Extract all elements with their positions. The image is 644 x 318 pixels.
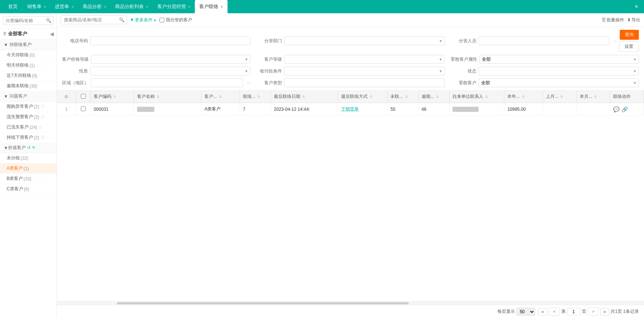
edit-value-icon[interactable]: ✎ [32, 145, 35, 150]
th-this-year: 本年... ⇅ [504, 91, 543, 103]
sidebar-item-abnormal[interactable]: 囤购异常客户 (2) ⓘ [0, 102, 57, 112]
close-purchase-tab[interactable]: × [71, 4, 74, 9]
nav-tab-customer-segment[interactable]: 客户分层经营 × [153, 0, 195, 13]
window-close-button[interactable]: × [632, 3, 641, 10]
sidebar-group-problem[interactable]: ▼ 问题客户 [0, 91, 57, 102]
sort-contact-icon[interactable]: ⇅ [257, 95, 260, 99]
sort-overdue-icon[interactable]: ⇅ [436, 95, 439, 99]
nav-tab-sales[interactable]: 销售单 × [23, 0, 50, 13]
sidebar-item-declining[interactable]: 持续下滑客户 (2) ⓘ [0, 132, 57, 143]
pager-last-button[interactable]: » [600, 308, 609, 315]
sort-year-icon[interactable]: ⇅ [522, 95, 525, 99]
th-settings[interactable]: ⚙ [57, 91, 76, 103]
close-sales-tab[interactable]: × [44, 4, 46, 9]
query-button[interactable]: 查询 [620, 30, 639, 40]
sidebar-group-value[interactable]: ▼ 价值客户 ↺ ✎ [0, 143, 57, 153]
sort-method-icon[interactable]: ⇅ [370, 95, 373, 99]
close-contact-tab[interactable]: × [221, 4, 223, 9]
search-wrap: 🔍 [61, 15, 127, 24]
close-segment-tab[interactable]: × [188, 4, 190, 9]
sidebar-item-c-class[interactable]: C类客户 (6) [0, 184, 57, 194]
filter-input-cust-type[interactable] [284, 78, 444, 87]
sort-lmonth-icon[interactable]: ⇅ [560, 95, 563, 99]
sidebar-all-customers-header[interactable]: ⠿ 全部客户 ◀ [0, 28, 57, 40]
filter-row-nature: 性质 ▼ [62, 67, 250, 75]
sidebar-item-a-class[interactable]: A类客户 (1) [0, 163, 57, 174]
row-action-comment-icon[interactable]: 💬 [613, 106, 619, 112]
refresh-value-icon[interactable]: ↺ [27, 145, 31, 150]
data-table-wrap: ⚙ 客户编码 ⇅ 客户名称 ⇅ [57, 91, 644, 301]
export-button[interactable]: ⬇ 导出 [627, 17, 640, 23]
row-type: A类客户 [201, 103, 240, 116]
scrollbar-thumb[interactable] [117, 302, 409, 304]
filter-select-cust-level[interactable] [284, 55, 444, 64]
set-button[interactable]: 设置 [619, 41, 639, 52]
sidebar-search-icon[interactable]: 🔍 [46, 18, 51, 23]
sidebar-item-churn-warning[interactable]: 流失预警客户 (3) ⓘ [0, 112, 57, 122]
sort-tmonth-icon[interactable]: ⇅ [594, 95, 597, 99]
th-type: 客户... ⇅ [201, 91, 240, 103]
row-last-method[interactable]: 下销货单 [338, 103, 387, 116]
search-input[interactable] [61, 15, 127, 24]
filter-select-dept[interactable] [284, 36, 444, 45]
sidebar-item-tomorrow[interactable]: 明天待联络 (1) [0, 60, 57, 71]
filter-select-retail-attr[interactable]: 全部 [479, 55, 639, 64]
batch-op-button[interactable]: ☰ 批量操作 [602, 17, 624, 23]
page-size-select[interactable]: 50 10 20 100 [516, 308, 535, 316]
sidebar-item-overdue[interactable]: 逾期未联络 (30) [0, 81, 57, 91]
th-last-date: 最后联络日期 ⇅ [271, 91, 338, 103]
sidebar-item-ungrouped[interactable]: 未分组 (32) [0, 153, 57, 163]
filter-input-region[interactable] [91, 78, 243, 87]
nav-tab-analysis-list[interactable]: 商品分析列表 × [111, 0, 153, 13]
dots-icon: ⠿ [3, 31, 7, 37]
row-action-link-icon[interactable]: 🔗 [622, 106, 628, 112]
pager-first-button[interactable]: « [538, 308, 547, 315]
sort-code-icon[interactable]: ⇅ [113, 95, 116, 99]
filter-input-phone[interactable] [90, 36, 250, 45]
th-check[interactable] [76, 91, 90, 103]
sidebar-item-b-class[interactable]: B类客户 (33) [0, 174, 57, 184]
sidebar-item-today[interactable]: 今天待联络 (0) [0, 50, 57, 60]
filter-select-nature[interactable] [90, 67, 250, 75]
close-analysis-list-tab[interactable]: × [146, 4, 148, 9]
select-all-checkbox[interactable] [81, 94, 86, 99]
sidebar: 🔍 ⠿ 全部客户 ◀ ▼ 待联络客户 今天待联络 (0) 明天待联络 (1) 近… [0, 13, 57, 318]
sort-name-icon[interactable]: ⇅ [157, 95, 160, 99]
pager-next-button[interactable]: ＞ [588, 307, 599, 316]
more-filter-button[interactable]: ▼ 更多条件 ▲ [130, 17, 157, 23]
last-method-link[interactable]: 下销货单 [341, 106, 359, 112]
sidebar-item-7days[interactable]: 近7天待联络 (0) [0, 71, 57, 81]
filter-select-retail[interactable]: 全部 [479, 78, 639, 87]
nav-home[interactable]: 首页 [3, 0, 23, 13]
horizontal-scrollbar[interactable] [57, 301, 644, 305]
sidebar-group-pending[interactable]: ▼ 待联络客户 [0, 40, 57, 50]
sort-date-icon[interactable]: ⇅ [302, 95, 305, 99]
filter-row-dept: 分管部门 ▼ [256, 30, 444, 52]
collapse-sidebar-icon[interactable]: ◀ [50, 31, 54, 37]
th-last-method: 最后联络方式 ⇅ [338, 91, 387, 103]
toolbar-search-icon[interactable]: 🔍 [119, 17, 125, 22]
pager-prev-button[interactable]: ＜ [549, 307, 560, 316]
nav-tab-customer-contact[interactable]: 客户联络 × [195, 0, 227, 13]
filter-select-status[interactable] [479, 67, 639, 75]
settings-icon[interactable]: ⚙ [64, 94, 68, 99]
sort-type-icon[interactable]: ⇅ [219, 95, 222, 99]
sidebar-search-area: 🔍 [0, 13, 57, 28]
row-check[interactable] [76, 103, 90, 116]
filter-dots-person[interactable]: ··· [613, 38, 617, 43]
filter-dots-region[interactable]: ··· [247, 80, 250, 85]
all-customers-label: 全部客户 [8, 31, 27, 37]
nav-tab-analysis[interactable]: 商品分析 × [78, 0, 111, 13]
filter-select-payment[interactable] [284, 67, 444, 75]
nav-tab-purchase[interactable]: 进货单 × [50, 0, 78, 13]
row-checkbox[interactable] [81, 106, 86, 111]
sort-prev-icon[interactable]: ⇅ [485, 95, 488, 99]
page-unit-label: 页 [582, 308, 586, 315]
close-analysis-tab[interactable]: × [104, 4, 106, 9]
sort-unlink-icon[interactable]: ⇅ [405, 95, 408, 99]
my-customer-checkbox[interactable] [160, 18, 164, 22]
filter-input-person[interactable] [479, 36, 609, 45]
sidebar-item-churned[interactable]: 已流失客户 (24) ⓘ [0, 122, 57, 132]
page-num-input[interactable] [567, 308, 580, 315]
filter-select-price-level[interactable] [91, 55, 250, 64]
